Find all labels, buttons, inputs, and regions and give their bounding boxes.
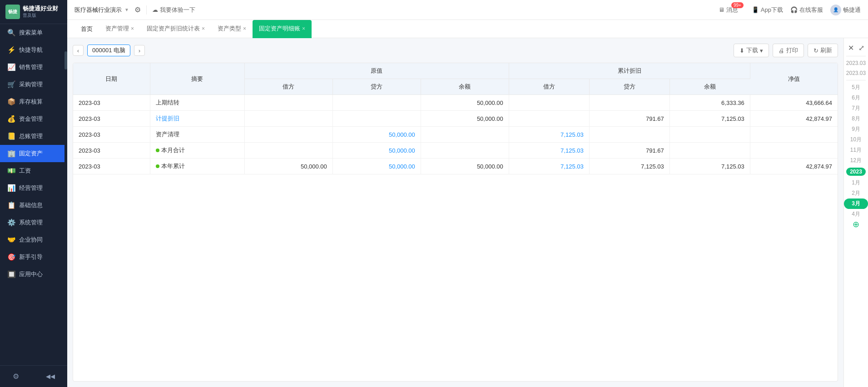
table-row: 2023-03计提折旧50,000.00791.677,125.0342,874… [73,111,838,127]
print-icon: 🖨 [779,47,784,54]
rp-year-top: 2023.03 [846,58,866,68]
th-original-value: 原值 [244,63,509,79]
notice-button[interactable]: 🖥 消息 99+ [719,6,738,14]
right-panel: ✕ ⤢ 2023.03 2023.03 5月 6月 7月 8月 9月 10月 1… [843,38,868,387]
purchase-icon: 🛒 [7,80,15,89]
rp-month-6[interactable]: 6月 [844,93,868,103]
sidebar-item-operations[interactable]: 📊 经营管理 [0,179,64,197]
tab-close-icon[interactable]: × [302,25,305,32]
app-download-button[interactable]: 📱 App下载 [752,6,783,14]
th-dep-balance: 余额 [670,79,750,95]
company-dropdown-icon: ▼ [124,7,129,12]
panel-expand-button[interactable]: ⤢ [857,42,866,54]
topbar-settings-icon[interactable]: ⚙ [134,5,141,14]
sidebar-item-label: 基础信息 [19,201,43,209]
operations-icon: 📊 [7,184,15,192]
sidebar-item-ledger[interactable]: 📒 总账管理 [0,128,64,145]
topbar-divider [146,5,147,15]
tabs-bar: 首页 资产管理 × 固定资产折旧统计表 × 资产类型 × 固定资产明细账 × [67,20,868,38]
asset-next-button[interactable]: › [134,45,145,56]
system-icon: ⚙️ [7,218,15,227]
th-date: 日期 [73,63,150,95]
tab-depreciation-stats[interactable]: 固定资产折旧统计表 × [140,20,211,38]
tab-close-icon[interactable]: × [202,25,205,32]
rp-month-12[interactable]: 12月 [844,155,868,166]
table-row: 2023-03资产清理50,000.007,125.03 [73,127,838,143]
rp-month-3[interactable]: 3月 [844,198,868,209]
sidebar-item-enterprise[interactable]: 🤝 企业协同 [0,231,64,248]
sidebar-item-inventory[interactable]: 📦 库存核算 [0,93,64,110]
refresh-button[interactable]: ↻ 刷新 [808,44,838,57]
summary-badge: 本月合计 [156,146,185,154]
rp-month-11[interactable]: 11月 [844,145,868,155]
sidebar-item-quick-nav[interactable]: ⚡ 快捷导航 [0,41,64,59]
rp-month-1[interactable]: 1月 [844,178,868,188]
sidebar-item-search[interactable]: 🔍 搜索菜单 [0,24,64,41]
sidebar-item-payroll[interactable]: 💵 工资 [0,162,64,179]
download-icon: ⬇ [739,47,744,54]
th-orig-balance: 余额 [421,79,509,95]
print-button[interactable]: 🖨 打印 [773,44,804,57]
capital-icon: 💰 [7,115,15,123]
collapse-button[interactable]: ◀◀ [42,371,59,382]
rp-month-5[interactable]: 5月 [844,82,868,93]
table-row: 2023-03本年累计50,000.0050,000.0050,000.007,… [73,159,838,174]
tab-asset-type[interactable]: 资产类型 × [211,20,253,38]
table-row: 2023-03本月合计50,000.007,125.03791.67 [73,143,838,159]
company-name: 医疗器械行业演示 [74,6,122,14]
user-menu[interactable]: 👤 畅捷通 [830,5,861,15]
rp-month-4[interactable]: 4月 [844,209,868,219]
sidebar-item-label: 销售管理 [19,63,43,71]
ledger-icon: 📒 [7,132,15,140]
th-accumulated-depreciation: 累计折旧 [509,63,750,79]
download-button[interactable]: ⬇ 下载 ▾ [734,44,769,57]
headset-icon: 🎧 [790,6,798,13]
tab-asset-mgmt[interactable]: 资产管理 × [99,20,140,38]
experience-button[interactable]: ☁ 我要体验一下 [152,6,195,14]
settings-button[interactable]: ⚙ [9,370,23,382]
refresh-icon: ↻ [813,47,818,54]
sidebar-item-basic-info[interactable]: 📋 基础信息 [0,197,64,214]
rp-month-9[interactable]: 9月 [844,124,868,134]
quick-nav-icon: ⚡ [7,46,15,54]
sidebar-item-label: 企业协同 [19,236,43,244]
avatar: 👤 [830,5,841,15]
rp-year-top2: 2023.03 [846,68,866,78]
sidebar-item-purchase[interactable]: 🛒 采购管理 [0,76,64,93]
logo-subtitle: 普及版 [23,12,58,19]
rp-month-10[interactable]: 10月 [844,134,868,145]
sidebar-item-sales[interactable]: 📈 销售管理 [0,59,64,76]
company-selector[interactable]: 医疗器械行业演示 ▼ [74,6,129,14]
notice-badge: 99+ [731,2,744,8]
sidebar-item-app-center[interactable]: 🔲 应用中心 [0,266,64,283]
rp-month-8[interactable]: 8月 [844,114,868,124]
online-service-button[interactable]: 🎧 在线客服 [790,6,823,14]
asset-prev-button[interactable]: ‹ [73,45,84,56]
tab-asset-ledger[interactable]: 固定资产明细账 × [253,20,312,38]
summary-badge: 本年累计 [156,162,185,170]
sidebar-item-guide[interactable]: 🎯 新手引导 [0,248,64,266]
sidebar-item-label: 经营管理 [19,184,43,192]
th-net-value: 净值 [750,63,838,95]
tab-close-icon[interactable]: × [243,25,246,32]
rp-add-button[interactable]: ⊕ [853,219,859,229]
tab-home[interactable]: 首页 [74,20,99,38]
basic-info-icon: 📋 [7,201,15,209]
tab-close-icon[interactable]: × [131,25,134,32]
th-orig-debit: 借方 [244,79,332,95]
sidebar-item-system[interactable]: ⚙️ 系统管理 [0,214,64,231]
dropdown-arrow-icon: ▾ [760,47,763,54]
th-orig-credit: 贷方 [332,79,421,95]
sidebar-item-capital[interactable]: 💰 资金管理 [0,110,64,128]
sidebar-item-label: 新手引导 [19,253,43,261]
panel-close-button[interactable]: ✕ [846,42,856,54]
logo-title: 畅捷通好业财 [23,5,58,13]
rp-month-7[interactable]: 7月 [844,103,868,114]
green-dot-icon [156,164,159,168]
rp-month-2[interactable]: 2月 [844,188,868,198]
sidebar-nav: 🔍 搜索菜单 ⚡ 快捷导航 📈 销售管理 🛒 采购管理 📦 库存核算 💰 [0,24,64,365]
logo-icon: 畅捷 [5,5,20,19]
asset-code: 000001 电脑 [87,45,130,56]
notice-icon: 🖥 [719,6,724,13]
sidebar-item-fixed-assets[interactable]: 🏢 固定资产 [0,145,64,162]
